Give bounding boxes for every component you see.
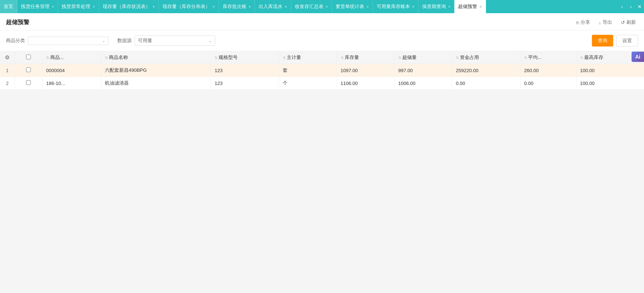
nav-close-7[interactable]: × xyxy=(326,4,328,9)
nav-close-1[interactable]: × xyxy=(52,4,54,9)
top-navigation: 首页拣货任务管理×拣货异常处理×现存量（库存状况表）×现存量（库存分布表）×库存… xyxy=(0,0,644,13)
sort-icon-stock: ⇅ xyxy=(341,56,344,60)
th-spec[interactable]: ⇅ 规格型号 xyxy=(211,51,279,64)
row-overstock: 997.00 xyxy=(394,64,452,77)
sort-icon-spec: ⇅ xyxy=(215,56,217,60)
row-product-name: 六配套新昌490BPG xyxy=(101,64,211,77)
share-icon: ⎋ xyxy=(576,20,579,25)
nav-close-3[interactable]: × xyxy=(153,4,155,9)
row-product-code: 186-10... xyxy=(42,77,101,90)
row-stock: 1097.00 xyxy=(337,64,394,77)
row-spec: 123 xyxy=(211,77,279,90)
th-capital[interactable]: ⇅ 资金占用 xyxy=(452,51,520,64)
nav-item-0[interactable]: 首页 xyxy=(0,0,17,13)
nav-close-4[interactable]: × xyxy=(212,4,215,9)
nav-item-2[interactable]: 拣货异常处理× xyxy=(58,0,99,13)
row-capital: 259220.00 xyxy=(452,64,520,77)
row-checkbox[interactable] xyxy=(26,80,31,85)
gear-icon[interactable]: ⚙ xyxy=(5,54,10,60)
sort-icon-max-stock: ⇅ xyxy=(580,56,583,60)
th-overstock[interactable]: ⇅ 超储量 xyxy=(394,51,452,64)
category-label: 商品分类 xyxy=(6,37,25,44)
nav-item-3[interactable]: 现存量（库存状况表）× xyxy=(99,0,159,13)
ai-badge[interactable]: Ai xyxy=(632,52,644,62)
nav-close-11[interactable]: × xyxy=(479,4,482,9)
row-checkbox-cell xyxy=(15,77,42,90)
table-header-row: ⚙ ⇅ 商品... ⇅ 商品名称 xyxy=(0,51,644,64)
th-avg[interactable]: ⇅ 平均... xyxy=(520,51,576,64)
nav-item-1[interactable]: 拣货任务管理× xyxy=(17,0,58,13)
nav-item-9[interactable]: 可用量库存账本× xyxy=(373,0,418,13)
category-chevron-icon: ⌄ xyxy=(102,38,105,43)
th-product-code[interactable]: ⇅ 商品... xyxy=(42,51,101,64)
nav-item-5[interactable]: 库存批次账× xyxy=(219,0,255,13)
nav-item-7[interactable]: 收发存汇总表× xyxy=(291,0,332,13)
nav-next-arrow[interactable]: › xyxy=(626,0,635,13)
nav-close-9[interactable]: × xyxy=(412,4,414,9)
nav-close-arrow[interactable]: ✕ xyxy=(635,0,644,13)
settings-button[interactable]: 设置 xyxy=(616,35,638,47)
nav-close-6[interactable]: × xyxy=(285,4,287,9)
category-select[interactable]: ⌄ xyxy=(28,37,109,45)
page-container: 超储预警 ⎋ 分享 ↓ 导出 ↺ 刷新 商品分类 ⌄ 数据源 xyxy=(0,13,644,90)
nav-item-11[interactable]: 超储预警× xyxy=(454,0,486,13)
row-product-code: 0000004 xyxy=(42,64,101,77)
refresh-button[interactable]: ↺ 刷新 xyxy=(619,18,638,27)
datasource-value: 可用量 xyxy=(138,37,152,44)
page-header: 超储预警 ⎋ 分享 ↓ 导出 ↺ 刷新 xyxy=(0,13,644,30)
table-row: 2 186-10... 机油滤清器 123 个 1106.00 1006.00 … xyxy=(0,77,644,90)
row-checkbox[interactable] xyxy=(26,67,31,72)
row-unit: 个 xyxy=(279,77,337,90)
select-all-checkbox[interactable] xyxy=(26,55,31,59)
row-product-name: 机油滤清器 xyxy=(101,77,211,90)
row-avg: 260.00 xyxy=(520,64,576,77)
datasource-select[interactable]: 可用量 ⌄ xyxy=(135,36,215,46)
data-table: ⚙ ⇅ 商品... ⇅ 商品名称 xyxy=(0,51,644,90)
row-max-stock: 100.00 xyxy=(576,77,644,90)
th-checkbox xyxy=(15,51,42,64)
nav-item-10[interactable]: 保质期查询× xyxy=(418,0,454,13)
export-button[interactable]: ↓ 导出 xyxy=(597,18,615,27)
table-wrapper: ⚙ ⇅ 商品... ⇅ 商品名称 xyxy=(0,51,644,90)
page-actions: ⎋ 分享 ↓ 导出 ↺ 刷新 xyxy=(574,18,638,27)
nav-close-5[interactable]: × xyxy=(249,4,251,9)
th-settings: ⚙ xyxy=(0,51,15,64)
sort-icon-product-name: ⇅ xyxy=(105,56,108,60)
page-title: 超储预警 xyxy=(6,19,29,26)
query-button[interactable]: 查询 xyxy=(592,35,613,47)
th-unit[interactable]: ⇅ 主计量 xyxy=(279,51,337,64)
nav-close-10[interactable]: × xyxy=(448,4,450,9)
th-product-name[interactable]: ⇅ 商品名称 xyxy=(101,51,211,64)
sort-icon-unit: ⇅ xyxy=(283,56,286,60)
nav-close-8[interactable]: × xyxy=(366,4,369,9)
share-button[interactable]: ⎋ 分享 xyxy=(574,18,592,27)
sort-icon-capital: ⇅ xyxy=(456,56,459,60)
filter-actions: 查询 设置 xyxy=(592,35,638,47)
row-avg: 0.00 xyxy=(520,77,576,90)
row-num: 2 xyxy=(0,77,15,90)
th-stock[interactable]: ⇅ 库存量 xyxy=(337,51,394,64)
table-row: 1 0000004 六配套新昌490BPG 123 套 1097.00 997.… xyxy=(0,64,644,77)
nav-item-4[interactable]: 现存量（库存分布表）× xyxy=(159,0,219,13)
refresh-icon: ↺ xyxy=(621,20,625,25)
category-filter-group: 商品分类 ⌄ xyxy=(6,37,109,45)
nav-item-8[interactable]: 要货单统计表× xyxy=(332,0,373,13)
export-icon: ↓ xyxy=(599,20,601,25)
row-max-stock: 100.00 xyxy=(576,64,644,77)
datasource-chevron-icon: ⌄ xyxy=(209,38,212,43)
row-stock: 1106.00 xyxy=(337,77,394,90)
sort-icon-overstock: ⇅ xyxy=(398,56,401,60)
datasource-filter-group: 数据源 可用量 ⌄ xyxy=(117,36,215,46)
filter-bar: 商品分类 ⌄ 数据源 可用量 ⌄ 查询 设置 xyxy=(0,30,644,51)
nav-prev-arrow[interactable]: ‹ xyxy=(618,0,626,13)
sort-icon-avg: ⇅ xyxy=(524,56,527,60)
row-spec: 123 xyxy=(211,64,279,77)
row-capital: 0.00 xyxy=(452,77,520,90)
row-num: 1 xyxy=(0,64,15,77)
nav-item-6[interactable]: 出入库流水× xyxy=(255,0,291,13)
row-unit: 套 xyxy=(279,64,337,77)
nav-close-2[interactable]: × xyxy=(92,4,95,9)
row-overstock: 1006.00 xyxy=(394,77,452,90)
nav-arrows: ‹ › ✕ xyxy=(618,0,644,13)
datasource-label: 数据源 xyxy=(117,37,132,44)
